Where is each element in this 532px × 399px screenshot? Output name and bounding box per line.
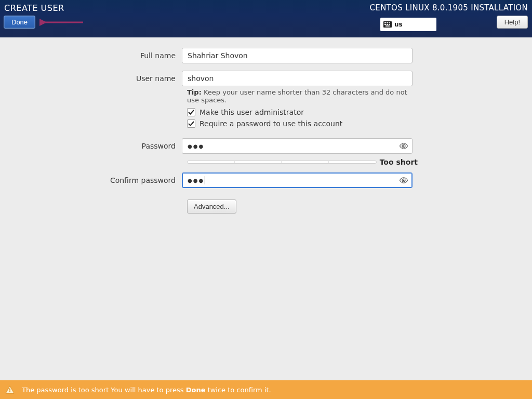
require-password-checkbox-label: Require a password to use this account xyxy=(200,119,342,128)
full-name-input[interactable]: Shahriar Shovon xyxy=(182,48,413,63)
done-button[interactable]: Done xyxy=(4,16,35,29)
confirm-password-label: Confirm password xyxy=(0,176,182,184)
svg-rect-3 xyxy=(9,388,10,390)
full-name-label: Full name xyxy=(0,51,182,60)
user-name-label: User name xyxy=(0,74,182,83)
show-password-icon[interactable] xyxy=(399,141,408,151)
text-cursor xyxy=(205,176,205,184)
keyboard-layout-indicator[interactable]: us xyxy=(380,18,436,31)
keyboard-layout-code: us xyxy=(394,21,403,28)
tip-label: Tip: xyxy=(187,88,202,96)
show-confirm-password-icon[interactable] xyxy=(399,176,408,185)
svg-point-1 xyxy=(403,145,405,147)
advanced-button[interactable]: Advanced... xyxy=(187,200,236,214)
header-bar: CREATE USER CENTOS LINUX 8.0.1905 INSTAL… xyxy=(0,0,532,37)
user-name-input[interactable]: shovon xyxy=(182,71,413,86)
warning-message-post: twice to confirm it. xyxy=(206,386,271,394)
warning-message: The password is too short You will have … xyxy=(22,386,271,394)
help-button[interactable]: Help! xyxy=(497,16,528,29)
password-strength-row: Too short xyxy=(187,158,418,166)
password-input[interactable]: ●●● xyxy=(182,138,413,154)
form-body: Full name Shahriar Shovon User name shov… xyxy=(0,37,532,380)
page-title: CREATE USER xyxy=(4,3,64,13)
password-strength-bar xyxy=(187,161,377,164)
confirm-password-masked-value: ●●● xyxy=(188,178,204,183)
warning-message-pre: The password is too short You will have … xyxy=(22,386,186,394)
svg-point-2 xyxy=(403,180,405,181)
confirm-password-input[interactable]: ●●● xyxy=(182,172,413,188)
password-label: Password xyxy=(0,142,182,150)
svg-rect-4 xyxy=(9,391,10,392)
require-password-checkbox[interactable] xyxy=(187,119,195,128)
password-masked-value: ●●● xyxy=(188,143,204,149)
full-name-value: Shahriar Shovon xyxy=(188,51,248,60)
warning-footer: The password is too short You will have … xyxy=(0,380,532,399)
annotation-arrow-icon xyxy=(39,18,85,27)
check-icon xyxy=(188,121,194,127)
warning-message-bold: Done xyxy=(186,386,206,394)
user-name-value: shovon xyxy=(188,74,214,83)
admin-checkbox[interactable] xyxy=(187,108,195,116)
user-name-tip: Tip: Keep your user name shorter than 32… xyxy=(187,88,418,104)
check-icon xyxy=(188,109,194,115)
password-strength-text: Too short xyxy=(380,158,418,166)
tip-text: Keep your user name shorter than 32 char… xyxy=(187,88,407,104)
admin-checkbox-label: Make this user administrator xyxy=(200,108,304,116)
warning-icon xyxy=(5,385,15,394)
keyboard-icon xyxy=(383,21,392,28)
installer-title: CENTOS LINUX 8.0.1905 INSTALLATION xyxy=(370,3,528,12)
